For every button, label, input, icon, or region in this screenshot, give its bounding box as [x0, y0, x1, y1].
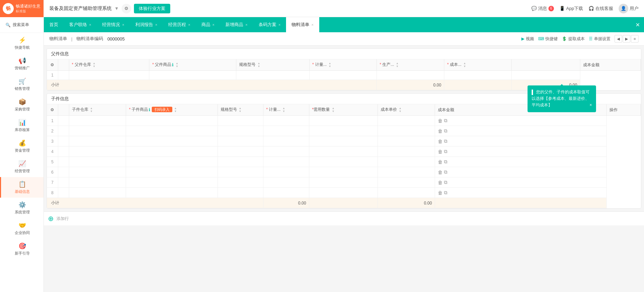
close-tab-customers[interactable]: × — [89, 23, 91, 27]
copy-row-5-icon[interactable]: ⧉ — [444, 159, 447, 165]
child-row-1-unit[interactable] — [218, 116, 263, 126]
sidebar-item-marketing[interactable]: 📢 营销推广 — [0, 54, 44, 74]
tab-goods[interactable]: 商品 × — [196, 17, 220, 32]
child-row-1-qty[interactable] — [263, 116, 309, 126]
child-row-3-unit-cost[interactable] — [309, 136, 377, 147]
child-row-7-qty[interactable] — [263, 177, 309, 188]
child-row-8-spec[interactable] — [126, 188, 218, 198]
sidebar-item-guide[interactable]: 🎯 新手引导 — [0, 239, 44, 259]
delete-row-8-icon[interactable]: 🗑 — [438, 190, 443, 196]
parent-row-1-cost[interactable] — [377, 71, 444, 80]
add-row-icon[interactable]: ⊕ — [48, 214, 54, 223]
video-action[interactable]: ▶ 视频 — [521, 36, 534, 42]
child-row-6-spec[interactable] — [126, 167, 218, 177]
child-row-1-warehouse[interactable] — [58, 116, 69, 126]
child-row-2-product[interactable] — [69, 126, 126, 136]
copy-row-6-icon[interactable]: ⧉ — [444, 169, 447, 175]
settings-button[interactable]: ⚙ — [122, 4, 131, 13]
delete-row-3-icon[interactable]: 🗑 — [438, 139, 443, 144]
tab-home[interactable]: 首页 — [44, 17, 64, 32]
child-row-1-unit-cost[interactable] — [309, 116, 377, 126]
child-row-3-warehouse[interactable] — [58, 136, 69, 147]
child-row-5-spec[interactable] — [126, 157, 218, 167]
sidebar-item-system[interactable]: ⚙️ 系统管理 — [0, 198, 44, 218]
child-row-6-unit[interactable] — [218, 167, 263, 177]
close-tab-profit[interactable]: × — [155, 23, 157, 27]
copy-row-1-icon[interactable]: ⧉ — [444, 118, 447, 124]
child-row-2-qty[interactable] — [263, 126, 309, 136]
child-row-4-spec[interactable] — [126, 147, 218, 157]
sidebar-item-finance[interactable]: 💰 资金管理 — [0, 136, 44, 156]
tab-ops-history[interactable]: 经营历程 × — [163, 17, 196, 32]
user-button[interactable]: 👤 用户 — [619, 4, 639, 13]
child-row-4-unit-cost[interactable] — [309, 147, 377, 157]
child-row-8-qty[interactable] — [263, 188, 309, 198]
tab-bom[interactable]: 物料清单 × — [286, 17, 319, 32]
delete-row-5-icon[interactable]: 🗑 — [438, 159, 443, 165]
tab-profit-report[interactable]: 利润报告 × — [130, 17, 163, 32]
delete-row-6-icon[interactable]: 🗑 — [438, 170, 443, 175]
close-tab-ops-history[interactable]: × — [188, 23, 190, 27]
scan-button[interactable]: 扫码录入 — [152, 107, 172, 112]
sidebar-item-basic-info[interactable]: 📋 基础信息 — [0, 177, 44, 198]
child-row-2-spec[interactable] — [126, 126, 218, 136]
next-button[interactable]: ▶ — [623, 35, 630, 43]
delete-row-1-icon[interactable]: 🗑 — [438, 118, 443, 124]
child-row-4-qty[interactable] — [263, 147, 309, 157]
child-row-8-warehouse[interactable] — [58, 188, 69, 198]
child-row-3-qty[interactable] — [263, 136, 309, 147]
child-row-7-unit-cost[interactable] — [309, 177, 377, 188]
tab-barcode[interactable]: 条码方案 × — [253, 17, 286, 32]
child-row-6-unit-cost[interactable] — [309, 167, 377, 177]
child-row-1-spec[interactable] — [126, 116, 218, 126]
child-row-8-product[interactable] — [69, 188, 126, 198]
child-row-5-qty[interactable] — [263, 157, 309, 167]
child-row-1-product[interactable] — [69, 116, 126, 126]
parent-row-1-warehouse[interactable] — [58, 71, 69, 80]
prev-button[interactable]: ◀ — [615, 35, 622, 43]
delete-row-7-icon[interactable]: 🗑 — [438, 180, 443, 185]
tooltip-close-button[interactable]: × — [590, 102, 592, 108]
extract-cost-action[interactable]: 💲 提取成本 — [562, 36, 585, 42]
child-row-6-product[interactable] — [69, 167, 126, 177]
child-row-6-qty[interactable] — [263, 167, 309, 177]
child-th-settings[interactable]: ⚙ — [47, 104, 58, 116]
doc-settings-action[interactable]: ☰ 单据设置 — [589, 36, 610, 42]
parent-row-1-spec[interactable] — [149, 71, 236, 80]
app-download-button[interactable]: 📱 App下载 — [559, 5, 583, 12]
copy-row-8-icon[interactable]: ⧉ — [444, 190, 447, 196]
menu-button[interactable]: ≡ — [631, 35, 639, 43]
child-row-8-unit[interactable] — [218, 188, 263, 198]
child-row-7-unit[interactable] — [218, 177, 263, 188]
trial-button[interactable]: 体验行业方案 — [134, 4, 170, 13]
system-dropdown-arrow[interactable]: ▼ — [114, 6, 119, 11]
child-row-7-product[interactable] — [69, 177, 126, 188]
search-menu-button[interactable]: 🔍 搜索菜单 — [3, 20, 41, 30]
sidebar-item-sales[interactable]: 🛒 销售管理 — [0, 74, 44, 95]
tab-new-goods[interactable]: 新增商品 × — [220, 17, 253, 32]
delete-row-4-icon[interactable]: 🗑 — [438, 149, 443, 154]
close-all-tabs[interactable]: ✕ — [631, 22, 644, 28]
sidebar-item-inventory[interactable]: 📊 库存核算 — [0, 115, 44, 136]
child-row-7-warehouse[interactable] — [58, 177, 69, 188]
copy-row-4-icon[interactable]: ⧉ — [444, 149, 447, 154]
child-row-6-warehouse[interactable] — [58, 167, 69, 177]
child-row-3-product[interactable] — [69, 136, 126, 147]
sidebar-item-quick-nav[interactable]: ⚡ 快捷导航 — [0, 33, 44, 54]
copy-row-7-icon[interactable]: ⧉ — [444, 179, 447, 185]
child-row-4-product[interactable] — [69, 147, 126, 157]
child-row-2-unit[interactable] — [218, 126, 263, 136]
add-row-label[interactable]: 添加行 — [57, 216, 69, 222]
copy-row-2-icon[interactable]: ⧉ — [444, 128, 447, 134]
child-row-7-spec[interactable] — [126, 177, 218, 188]
child-row-5-warehouse[interactable] — [58, 157, 69, 167]
shortcut-action[interactable]: ⌨ 快捷键 — [538, 36, 558, 42]
parent-row-1-unit[interactable] — [236, 71, 309, 80]
child-row-5-unit[interactable] — [218, 157, 263, 167]
sidebar-item-purchase[interactable]: 📦 采购管理 — [0, 95, 44, 115]
child-row-8-unit-cost[interactable] — [309, 188, 377, 198]
close-tab-new-goods[interactable]: × — [245, 23, 247, 27]
tab-operations-status[interactable]: 经营情况 × — [97, 17, 129, 32]
sidebar-item-collaboration[interactable]: 🤝 企业协同 — [0, 218, 44, 239]
child-row-3-spec[interactable] — [126, 136, 218, 147]
